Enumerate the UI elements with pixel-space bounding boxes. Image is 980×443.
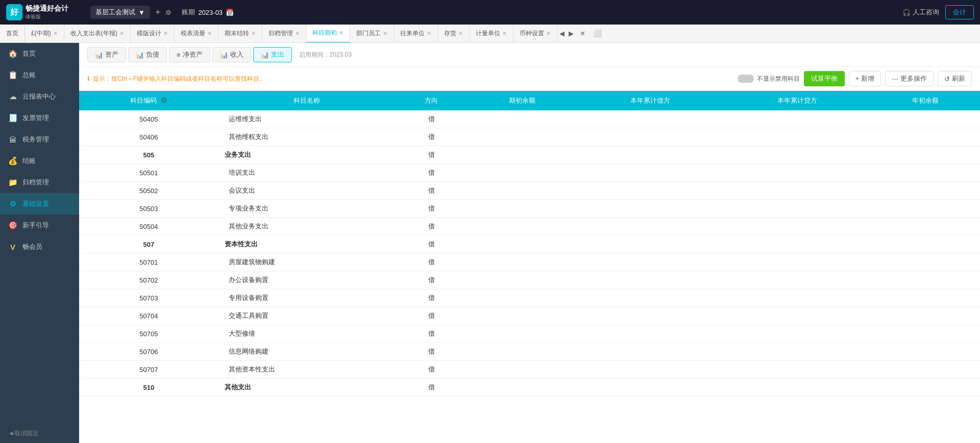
cell-ytd-credit (724, 236, 871, 253)
tab-taxbook-close[interactable]: ✕ (207, 30, 212, 37)
sidebar-item-archive[interactable]: 📁 归档管理 (0, 172, 79, 193)
tab-contact-close[interactable]: ✕ (427, 30, 431, 37)
tab-close-all[interactable]: ✕ (576, 30, 590, 37)
tab-inventory-close[interactable]: ✕ (458, 30, 463, 37)
company-selector[interactable]: 基层工会测试 ▼ (90, 6, 150, 19)
sidebar-item-settings[interactable]: ⚙ 基础设置 (0, 193, 79, 215)
table-row[interactable]: 50701房屋建筑物购建借 (79, 253, 980, 271)
table-row[interactable]: 50504其他业务支出借 (79, 218, 980, 236)
table-row[interactable]: 50706信息网络购建借 (79, 343, 980, 361)
cell-code: 50705 (79, 325, 218, 343)
cell-ytd-credit (724, 253, 871, 271)
add-btn[interactable]: + 新增 (849, 71, 881, 86)
cell-name: 业务支出 (218, 146, 396, 164)
table-header: 科目编码 ⚙ 科目名称 方向 期初余额 本年累计借方 (79, 91, 980, 110)
tab-midterm[interactable]: £(中期) ✕ (25, 25, 64, 43)
toggle-disabled-subject[interactable] (738, 75, 754, 83)
cell-direction: 借 (396, 307, 468, 325)
sidebar-item-guide[interactable]: 🎯 新手引导 (0, 215, 79, 236)
table-row[interactable]: 50705大型修缮借 (79, 325, 980, 343)
sidebar-item-invoice[interactable]: 🧾 发票管理 (0, 107, 79, 129)
tab-contact[interactable]: 往来单位 ✕ (394, 25, 438, 43)
sub-tab-income[interactable]: 📊 收入 (212, 47, 251, 62)
tab-archive-close[interactable]: ✕ (295, 30, 300, 37)
tab-currency-close[interactable]: ✕ (546, 30, 551, 37)
cell-opening (468, 164, 577, 182)
sidebar-item-ledger[interactable]: 📋 总账 (0, 64, 79, 86)
tab-periodclose-close[interactable]: ✕ (251, 30, 256, 37)
sub-tab-asset[interactable]: 📊 资产 (87, 47, 126, 62)
company-name: 基层工会测试 (95, 8, 135, 17)
cell-name: 会议支出 (218, 182, 396, 200)
cell-ytd-debit (577, 110, 724, 128)
cell-code: 50502 (79, 182, 218, 200)
cell-year-open (871, 182, 980, 200)
cell-direction: 借 (396, 128, 468, 146)
add-icon[interactable]: + (155, 7, 161, 18)
table-row[interactable]: 50501培训支出借 (79, 164, 980, 182)
tab-currency[interactable]: 币种设置 ✕ (513, 25, 557, 43)
tab-annual-close[interactable]: ✕ (119, 30, 124, 37)
cell-opening (468, 146, 577, 164)
home-icon: 🏠 (8, 49, 17, 58)
table-row[interactable]: 50703专用设备购置借 (79, 289, 980, 307)
cell-name: 信息网络购建 (218, 343, 396, 361)
cell-ytd-credit (724, 146, 871, 164)
tab-midterm-close[interactable]: ✕ (53, 30, 58, 37)
balance-btn[interactable]: 试算平衡 (804, 71, 845, 86)
tab-measure[interactable]: 计量单位 ✕ (470, 25, 513, 43)
sidebar-item-home[interactable]: 🏠 首页 (0, 43, 79, 64)
tab-subject-init[interactable]: 科目期初 ✕ (306, 25, 350, 43)
table-row[interactable]: 50406其他维权支出借 (79, 128, 980, 146)
tab-measure-close[interactable]: ✕ (502, 30, 507, 37)
table-row[interactable]: 50503专项业务支出借 (79, 200, 980, 218)
sidebar-item-vip[interactable]: V 畅会员 (0, 236, 79, 258)
tab-archive[interactable]: 归档管理 ✕ (262, 25, 306, 43)
sidebar-item-tax[interactable]: 🏛 税务管理 (0, 129, 79, 150)
tab-periodclose[interactable]: 期末结转 ✕ (218, 25, 262, 43)
more-btn[interactable]: ⋯ 更多操作 (885, 71, 934, 86)
table-row[interactable]: 50405运维维支出借 (79, 110, 980, 128)
sub-tab-expense[interactable]: 📊 支出 (253, 47, 292, 62)
tab-inventory-label: 存货 (444, 29, 456, 38)
table-row[interactable]: 505业务支出借 (79, 146, 980, 164)
sidebar-item-cloud[interactable]: ☁ 云报表中心 (0, 86, 79, 107)
tab-annual[interactable]: 收入支出表(年报) ✕ (64, 25, 131, 43)
calendar-icon[interactable]: 📅 (226, 9, 234, 16)
cell-ytd-credit (724, 128, 871, 146)
table-row[interactable]: 50702办公设备购置借 (79, 271, 980, 289)
account-button[interactable]: 会计 (945, 5, 974, 19)
tab-template-close[interactable]: ✕ (163, 30, 168, 37)
tab-dept-close[interactable]: ✕ (383, 30, 387, 37)
tab-subject-init-close[interactable]: ✕ (339, 30, 344, 36)
pin-sidebar-btn[interactable]: ◄取消固定 (0, 424, 79, 443)
tab-expand[interactable]: ⬜ (590, 30, 606, 37)
col-settings-icon[interactable]: ⚙ (161, 96, 167, 104)
subject-table: 科目编码 ⚙ 科目名称 方向 期初余额 本年累计借方 (79, 91, 980, 397)
settings-icon[interactable]: ⚙ (165, 9, 172, 16)
app-edition: 体验版 (26, 13, 68, 20)
tab-periodclose-label: 期末结转 (225, 29, 249, 38)
tab-next[interactable]: ▶ (567, 30, 576, 37)
table-row[interactable]: 50707其他资本性支出借 (79, 361, 980, 379)
cell-ytd-credit (724, 200, 871, 218)
table-row[interactable]: 50704交通工具购置借 (79, 307, 980, 325)
sidebar-item-close[interactable]: 💰 结账 (0, 150, 79, 172)
sub-tab-equity[interactable]: ≡ 净资产 (169, 47, 210, 62)
refresh-btn[interactable]: ↺ 刷新 (938, 71, 972, 86)
cell-ytd-debit (577, 271, 724, 289)
tab-taxbook-label: 税表清册 (181, 29, 205, 38)
tab-prev[interactable]: ◀ (557, 30, 567, 37)
table-row[interactable]: 50502会议支出借 (79, 182, 980, 200)
tab-inventory[interactable]: 存货 ✕ (438, 25, 470, 43)
table-row[interactable]: 507资本性支出借 (79, 236, 980, 253)
table-row[interactable]: 510其他支出借 (79, 379, 980, 397)
tab-dept[interactable]: 部门员工 ✕ (350, 25, 394, 43)
cell-direction: 借 (396, 182, 468, 200)
tab-template[interactable]: 模版设计 ✕ (131, 25, 175, 43)
tab-taxbook[interactable]: 税表清册 ✕ (175, 25, 218, 43)
cell-ytd-credit (724, 289, 871, 307)
service-button[interactable]: 🎧 人工咨询 (902, 8, 939, 17)
sub-tab-liability[interactable]: 📊 负债 (128, 47, 167, 62)
tab-home[interactable]: 首页 (0, 25, 25, 43)
